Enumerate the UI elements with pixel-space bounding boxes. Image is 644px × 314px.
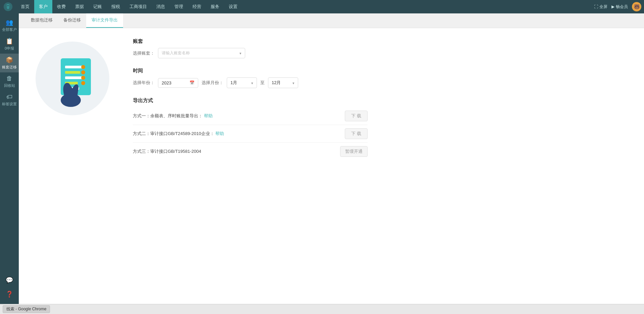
svg-point-12 bbox=[61, 93, 81, 107]
month-to-chevron-icon bbox=[292, 80, 294, 85]
top-navigation: 首页 客户 收费 票据 记账 报税 工商项目 消息 管理 经营 服务 设置 ⛶ … bbox=[0, 0, 644, 13]
taskbar-chrome-item[interactable]: 线索 - Google Chrome bbox=[3, 305, 50, 313]
nav-customers[interactable]: 客户 bbox=[34, 0, 52, 13]
tags-icon: 🏷 bbox=[6, 93, 12, 101]
sidebar-item-migration[interactable]: 📦 账套迁移 bbox=[0, 54, 19, 72]
export-method-2: 方式二：审计接口GB/T24589-2010企业： 帮助 下 载 bbox=[133, 125, 368, 143]
fullscreen-icon: ⛶ bbox=[594, 4, 598, 9]
content-area: 数据包迁移 备份迁移 审计文件导出 bbox=[19, 13, 644, 304]
sidebar-bottom-item-1[interactable]: 💬 bbox=[3, 274, 16, 287]
svg-point-8 bbox=[81, 65, 85, 69]
account-section: 账套 选择账套： 请输入账套名称 bbox=[133, 38, 368, 58]
tab-bar: 数据包迁移 备份迁移 审计文件导出 bbox=[19, 13, 644, 28]
account-placeholder: 请输入账套名称 bbox=[162, 50, 190, 56]
nav-items: 首页 客户 收费 票据 记账 报税 工商项目 消息 管理 经营 服务 设置 bbox=[16, 0, 594, 13]
svg-point-10 bbox=[81, 76, 85, 80]
export-method-3: 方式三：审计接口GB/T19581-2004 暂缓开通 bbox=[133, 143, 368, 160]
export-method-1: 方式一：余额表、序时账批量导出： 帮助 下 载 bbox=[133, 107, 368, 125]
method3-label: 方式三：审计接口GB/T19581-2004 bbox=[133, 149, 201, 154]
declaration-icon: 📋 bbox=[6, 38, 13, 45]
user-avatar[interactable]: 🐻 bbox=[632, 2, 641, 11]
fullscreen-button[interactable]: ⛶ 全屏 bbox=[594, 4, 607, 10]
month-from-chevron-icon bbox=[251, 80, 253, 85]
illustration-area bbox=[32, 38, 113, 119]
nav-operations[interactable]: 经营 bbox=[188, 0, 206, 13]
account-chevron-icon bbox=[239, 51, 241, 56]
nav-services[interactable]: 服务 bbox=[206, 0, 224, 13]
nav-messages[interactable]: 消息 bbox=[152, 0, 170, 13]
svg-rect-3 bbox=[65, 66, 84, 68]
method3-open-button[interactable]: 暂缓开通 bbox=[340, 146, 368, 157]
nav-home[interactable]: 首页 bbox=[16, 0, 34, 13]
svg-rect-5 bbox=[65, 76, 82, 79]
sidebar-item-label-migration: 账套迁移 bbox=[2, 65, 17, 70]
sidebar-item-tags[interactable]: 🏷 标签设置 bbox=[0, 91, 19, 109]
sidebar-item-label-tags: 标签设置 bbox=[2, 102, 17, 107]
member-button[interactable]: ▶ 畅会员 bbox=[611, 4, 628, 10]
top-nav-right: ⛶ 全屏 ▶ 畅会员 🐻 bbox=[594, 2, 641, 11]
nav-management[interactable]: 管理 bbox=[170, 0, 188, 13]
month-separator: 至 bbox=[260, 80, 265, 86]
month-to-value: 12月 bbox=[272, 80, 281, 86]
svg-point-11 bbox=[81, 81, 85, 85]
nav-settings[interactable]: 设置 bbox=[224, 0, 242, 13]
nav-billing[interactable]: 收费 bbox=[52, 0, 70, 13]
sidebar-item-zero-declaration[interactable]: 📋 0申报 bbox=[0, 35, 19, 54]
customers-icon: 👥 bbox=[6, 19, 13, 26]
month-to-select[interactable]: 12月 bbox=[268, 77, 298, 88]
sidebar-item-label-declaration: 0申报 bbox=[5, 46, 14, 51]
sidebar-item-all-customers[interactable]: 👥 全部客户 bbox=[0, 16, 19, 35]
sidebar-bottom-item-2[interactable]: ❓ bbox=[3, 288, 16, 301]
nav-bookkeeping[interactable]: 记账 bbox=[89, 0, 107, 13]
play-icon: ▶ bbox=[611, 4, 614, 9]
time-row: 选择年份： 2023 📅 选择月份： 1月 至 12月 bbox=[133, 77, 368, 88]
calendar-icon: 📅 bbox=[190, 80, 195, 85]
account-label: 选择账套： bbox=[133, 50, 155, 56]
illustration-circle bbox=[36, 42, 109, 115]
account-section-title: 账套 bbox=[133, 38, 368, 45]
year-label: 选择年份： bbox=[133, 80, 155, 86]
time-section-title: 时间 bbox=[133, 68, 368, 74]
sidebar: 👥 全部客户 📋 0申报 📦 账套迁移 🗑 回收站 🏷 标签设置 💬 ❓ bbox=[0, 13, 19, 304]
method1-download-button[interactable]: 下 载 bbox=[345, 111, 368, 121]
export-method-2-text: 方式二：审计接口GB/T24589-2010企业： 帮助 bbox=[133, 131, 224, 137]
nav-tax[interactable]: 报税 bbox=[107, 0, 125, 13]
export-section-title: 导出方式 bbox=[133, 98, 368, 104]
sidebar-item-label-recycle: 回收站 bbox=[4, 83, 15, 88]
tab-data-migration[interactable]: 数据包迁移 bbox=[25, 13, 58, 28]
method1-help-link[interactable]: 帮助 bbox=[204, 113, 213, 118]
month-from-select[interactable]: 1月 bbox=[227, 77, 257, 88]
nav-business[interactable]: 工商项目 bbox=[125, 0, 152, 13]
migration-icon: 📦 bbox=[6, 56, 13, 64]
account-row: 选择账套： 请输入账套名称 bbox=[133, 48, 368, 58]
method1-label: 方式一：余额表、序时账批量导出： bbox=[133, 113, 203, 118]
time-section: 时间 选择年份： 2023 📅 选择月份： 1月 至 bbox=[133, 68, 368, 88]
tab-audit-export[interactable]: 审计文件导出 bbox=[86, 13, 123, 28]
recycle-icon: 🗑 bbox=[6, 75, 12, 82]
nav-invoices[interactable]: 票据 bbox=[70, 0, 89, 13]
month-label: 选择月份： bbox=[202, 80, 223, 86]
method2-download-button[interactable]: 下 载 bbox=[345, 128, 368, 139]
year-input[interactable]: 2023 📅 bbox=[158, 78, 198, 88]
tab-backup-migration[interactable]: 备份迁移 bbox=[58, 13, 86, 28]
year-value: 2023 bbox=[162, 80, 171, 85]
member-label: 畅会员 bbox=[616, 4, 628, 10]
export-method-1-text: 方式一：余额表、序时账批量导出： 帮助 bbox=[133, 113, 213, 119]
sidebar-item-label-customers: 全部客户 bbox=[2, 27, 17, 32]
sidebar-item-recycle[interactable]: 🗑 回收站 bbox=[0, 72, 19, 91]
taskbar: 线索 - Google Chrome bbox=[0, 304, 644, 314]
audit-illustration bbox=[46, 48, 99, 109]
export-method-3-text: 方式三：审计接口GB/T19581-2004 bbox=[133, 148, 201, 154]
main-layout: 👥 全部客户 📋 0申报 📦 账套迁移 🗑 回收站 🏷 标签设置 💬 ❓ 数据包… bbox=[0, 13, 644, 304]
page-content: 账套 选择账套： 请输入账套名称 时间 选择年份： bbox=[19, 28, 644, 304]
method2-help-link[interactable]: 帮助 bbox=[215, 131, 224, 136]
method2-label: 方式二：审计接口GB/T24589-2010企业： bbox=[133, 131, 214, 136]
month-from-value: 1月 bbox=[230, 80, 237, 86]
fullscreen-label: 全屏 bbox=[599, 4, 607, 10]
account-select[interactable]: 请输入账套名称 bbox=[158, 48, 245, 58]
export-section: 导出方式 方式一：余额表、序时账批量导出： 帮助 下 载 方式二：审计接口GB/… bbox=[133, 98, 368, 160]
sidebar-bottom: 💬 ❓ bbox=[3, 274, 16, 304]
svg-point-9 bbox=[81, 70, 85, 74]
svg-point-1 bbox=[7, 7, 9, 9]
app-logo bbox=[3, 1, 13, 12]
